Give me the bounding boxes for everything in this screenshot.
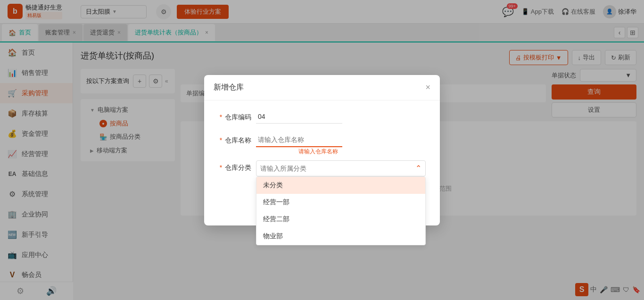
name-error-hint: 请输入仓库名称 xyxy=(298,148,338,156)
form-row-category: * 仓库分类 ⌃ 未分类 经营一部 经营二部 物业部 xyxy=(218,160,426,176)
name-input-wrapper: 请输入仓库名称 xyxy=(256,133,426,147)
dropdown-item-dept3[interactable]: 物业部 xyxy=(256,228,425,245)
required-star-cat: * xyxy=(220,164,222,171)
category-dropdown: 未分类 经营一部 经营二部 物业部 xyxy=(256,176,426,245)
modal-title: 新增仓库 xyxy=(214,83,244,92)
category-wrapper: ⌃ 未分类 经营一部 经营二部 物业部 xyxy=(256,160,426,176)
modal-body: * 仓库编码 * 仓库名称 请输入仓库名称 xyxy=(204,100,440,195)
dropdown-item-dept2[interactable]: 经营二部 xyxy=(256,211,425,228)
category-label: * 仓库分类 xyxy=(218,160,256,172)
chevron-up-icon[interactable]: ⌃ xyxy=(415,164,421,173)
code-label: * 仓库编码 xyxy=(218,110,256,122)
form-row-code: * 仓库编码 xyxy=(218,110,426,124)
required-star: * xyxy=(220,113,222,121)
modal-close-button[interactable]: × xyxy=(425,83,430,92)
modal-header: 新增仓库 × xyxy=(204,75,440,100)
modal-overlay: 新增仓库 × * 仓库编码 * 仓库名称 xyxy=(0,0,644,300)
name-input[interactable] xyxy=(256,133,342,147)
code-input[interactable] xyxy=(256,110,342,124)
dropdown-item-dept1[interactable]: 经营一部 xyxy=(256,194,425,211)
required-star-name: * xyxy=(220,136,222,144)
category-input[interactable] xyxy=(260,165,415,172)
name-label: * 仓库名称 xyxy=(218,133,256,145)
code-input-wrapper xyxy=(256,110,426,124)
category-input-box[interactable]: ⌃ xyxy=(256,160,426,176)
dropdown-item-none[interactable]: 未分类 xyxy=(256,177,425,194)
form-row-name: * 仓库名称 请输入仓库名称 xyxy=(218,133,426,147)
new-warehouse-modal: 新增仓库 × * 仓库编码 * 仓库名称 xyxy=(204,75,440,225)
